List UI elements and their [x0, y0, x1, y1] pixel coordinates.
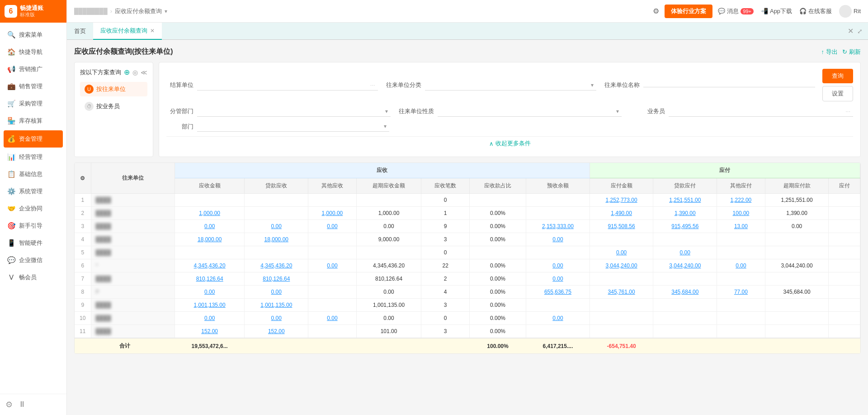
cell-dkys: 0.00 — [245, 312, 308, 325]
cell-link[interactable]: 0.00 — [736, 262, 746, 269]
cell-ysje — [175, 246, 245, 259]
cell-link[interactable]: 1,000.00 — [199, 210, 220, 216]
query-group-by-salesperson[interactable]: ⏱ 按业务员 — [80, 99, 147, 114]
cell-link[interactable]: 0.00 — [204, 289, 215, 295]
export-button[interactable]: ↑ 导出 — [821, 48, 838, 56]
cell-link[interactable]: 810,126.64 — [196, 276, 223, 282]
settings-button[interactable]: 设置 — [822, 86, 853, 101]
sidebar-item-marketing[interactable]: 📢 营销推广 — [0, 61, 66, 78]
table-settings-icon[interactable]: ⚙ — [80, 175, 85, 181]
cell-link[interactable]: 0.00 — [271, 223, 282, 229]
cell-link[interactable]: 1,000.00 — [322, 210, 343, 216]
edit-icon[interactable]: ◎ — [132, 69, 138, 76]
sidebar-settings-icon[interactable]: ⚙ — [5, 400, 13, 410]
window-close-icon[interactable]: ✕ — [848, 27, 854, 35]
header-settings-icon[interactable]: ⚙ — [653, 7, 659, 15]
messages-button[interactable]: 💬 消息 99+ — [718, 7, 754, 15]
cell-link[interactable]: 345,761.00 — [608, 289, 635, 295]
cell-link[interactable]: 0.00 — [616, 249, 627, 256]
sidebar-item-guide[interactable]: 🎯 新手引导 — [0, 217, 66, 234]
breadcrumb-dropdown-icon[interactable]: ▾ — [165, 8, 167, 14]
th-unit: 往来单位 — [91, 163, 175, 194]
online-service-button[interactable]: 🎧 在线客服 — [799, 7, 832, 15]
cell-link[interactable]: 810,126.64 — [263, 276, 290, 282]
sidebar-item-search[interactable]: 🔍 搜索菜单 — [0, 26, 66, 43]
cell-link[interactable]: 100.00 — [733, 210, 750, 216]
cell-link[interactable]: 0.00 — [271, 315, 282, 321]
sidebar-item-sales[interactable]: 💼 销售管理 — [0, 78, 66, 95]
cell-link[interactable]: 0.00 — [327, 262, 337, 269]
sidebar-item-system[interactable]: ⚙️ 系统管理 — [0, 183, 66, 200]
app-download-button[interactable]: 📲 App下载 — [761, 7, 792, 15]
promo-button[interactable]: 体验行业方案 — [665, 5, 712, 18]
cell-link[interactable]: 77.00 — [734, 289, 748, 295]
cell-link[interactable]: 13.00 — [734, 223, 748, 229]
sidebar-item-wechat[interactable]: 💬 企业微信 — [0, 252, 66, 269]
sidebar-item-inventory[interactable]: 🏪 库存核算 — [0, 112, 66, 129]
cell-qtys: 0.00 — [308, 220, 357, 233]
cell-link[interactable]: 915,495.56 — [671, 223, 698, 229]
tab-home[interactable]: 首页 — [67, 23, 93, 40]
cell-link[interactable]: 0.00 — [271, 289, 282, 295]
sidebar-item-basic[interactable]: 📋 基础信息 — [0, 166, 66, 183]
filter-fgbm-select[interactable]: ▾ — [197, 106, 391, 117]
table-row: 3 ████ 0.00 0.00 0.00 0.00 9 0.00% 2,153… — [75, 220, 860, 233]
back-icon[interactable]: ≪ — [141, 69, 147, 76]
sidebar-item-quicknav[interactable]: 🏠 快捷导航 — [0, 43, 66, 61]
cell-link[interactable]: 1,222.00 — [731, 197, 752, 203]
cell-link[interactable]: 4,345,436.20 — [194, 262, 226, 269]
cell-link[interactable]: 152.00 — [201, 328, 218, 334]
filter-ywy-input[interactable]: ··· — [669, 106, 853, 117]
cell-link[interactable]: 0.00 — [552, 276, 563, 282]
filter-lwdwfl-select[interactable]: ▾ — [425, 80, 597, 91]
sidebar-item-purchase[interactable]: 🛒 采购管理 — [0, 95, 66, 112]
cell-link[interactable]: 3,044,240.00 — [606, 262, 637, 269]
cell-dkys: 1,001,135.00 — [245, 299, 308, 312]
user-info[interactable]: Rit — [839, 5, 861, 18]
add-icon[interactable]: ⊕ — [124, 68, 130, 76]
sidebar-collapse-icon[interactable]: ⏸ — [18, 400, 26, 410]
cell-link[interactable]: 1,490.00 — [611, 210, 632, 216]
cell-link[interactable]: 1,001,135.00 — [260, 302, 292, 308]
cell-link[interactable]: 0.00 — [204, 315, 215, 321]
cell-link[interactable]: 0.00 — [327, 223, 337, 229]
sidebar-item-operation[interactable]: 📊 经营管理 — [0, 148, 66, 166]
cell-link[interactable]: 345,684.00 — [671, 289, 698, 295]
cell-link[interactable]: 1,390.00 — [675, 210, 696, 216]
cell-link[interactable]: 152.00 — [268, 328, 285, 334]
cell-link[interactable]: 0.00 — [552, 315, 563, 321]
sidebar-item-finance[interactable]: 💰 资金管理 — [4, 130, 63, 148]
filter-lwdwxz-select[interactable]: ▾ — [438, 106, 622, 117]
cell-link[interactable]: 18,000.00 — [198, 236, 222, 243]
cell-link[interactable]: 1,252,773.00 — [606, 197, 637, 203]
collapse-button[interactable]: ∧ 收起更多条件 — [166, 136, 853, 150]
window-expand-icon[interactable]: ⤢ — [857, 28, 863, 35]
cell-link[interactable]: 915,508.56 — [608, 223, 635, 229]
cell-link[interactable]: 18,000.00 — [264, 236, 288, 243]
query-button[interactable]: 查询 — [822, 69, 853, 83]
filter-label-lwdwfl: 往来单位分类 — [385, 81, 421, 89]
cell-link[interactable]: 1,251,551.00 — [669, 197, 701, 203]
cell-link[interactable]: 0.00 — [552, 236, 563, 243]
sidebar-item-enterprise[interactable]: 🤝 企业协同 — [0, 200, 66, 217]
cell-link[interactable]: 3,044,240.00 — [669, 262, 701, 269]
cell-link[interactable]: 0.00 — [327, 315, 337, 321]
cell-link[interactable]: 0.00 — [552, 262, 563, 269]
filter-lwdwmc-input[interactable] — [643, 83, 815, 87]
cell-link[interactable]: 2,153,333.00 — [542, 223, 574, 229]
query-group-by-unit[interactable]: U 按往来单位 — [80, 82, 147, 96]
sidebar-item-hardware[interactable]: 📱 智能硬件 — [0, 234, 66, 252]
cell-link[interactable]: 0.00 — [204, 223, 215, 229]
refresh-button[interactable]: ↻ 刷新 — [842, 48, 861, 56]
cell-link[interactable]: 1,001,135.00 — [194, 302, 226, 308]
sidebar-item-member[interactable]: Ⅴ 畅会员 — [0, 269, 66, 286]
filter-bm-select[interactable]: ▾ — [197, 121, 389, 132]
cell-unit: ████ — [91, 325, 175, 339]
cell-link[interactable]: 4,345,436.20 — [260, 262, 292, 269]
filter-jsdw-input[interactable]: ··· — [197, 80, 378, 91]
cell-link[interactable]: 655,636.75 — [544, 289, 571, 295]
cell-link[interactable]: 0.00 — [680, 249, 690, 256]
tab-close-icon[interactable]: ✕ — [150, 28, 155, 34]
th-settings[interactable]: ⚙ — [75, 163, 91, 194]
tab-query[interactable]: 应收应付余额查询 ✕ — [93, 23, 162, 40]
